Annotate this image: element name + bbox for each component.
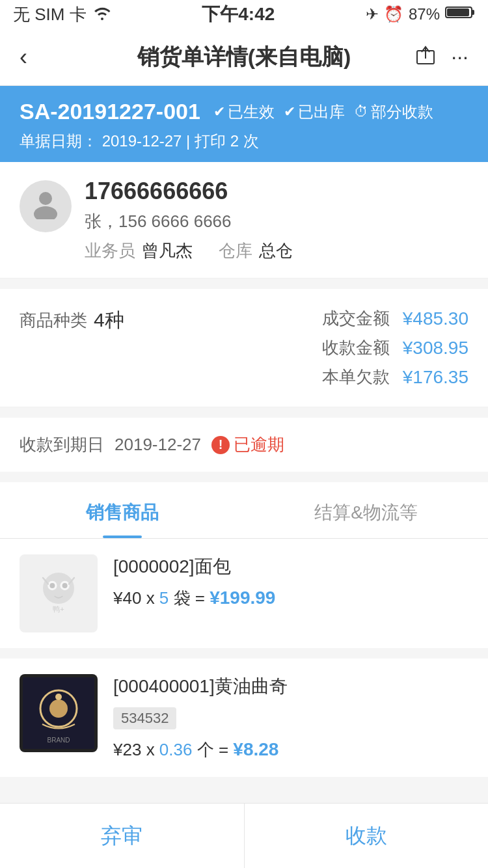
list-item: BRAND [000400001]黄油曲奇 534532 ¥23 x 0.36 … bbox=[0, 658, 488, 777]
nav-actions: ··· bbox=[416, 44, 468, 70]
back-button[interactable]: ‹ bbox=[13, 37, 34, 77]
warehouse-value: 总仓 bbox=[259, 239, 293, 262]
product-tag-2: 534532 bbox=[113, 707, 176, 729]
price-base-1: ¥40 bbox=[113, 588, 141, 608]
sales-value: 曾凡杰 bbox=[142, 239, 193, 262]
date-label: 单据日期： bbox=[20, 132, 98, 150]
status-badges: ✔ 已生效 ✔ 已出库 ⏱ 部分收款 bbox=[213, 102, 433, 122]
product-details-1: [0000002]面包 ¥40 x 5 袋 = ¥199.99 bbox=[113, 554, 468, 610]
customer-name: 张，156 6666 6666 bbox=[85, 210, 468, 233]
banner-date-row: 单据日期： 2019-12-27 | 打印 2 次 bbox=[20, 131, 468, 152]
stats-section: 商品种类 4种 成交金额 ¥485.30 收款金额 ¥308.95 本单欠款 ¥… bbox=[0, 289, 488, 407]
quantity-1: 5 bbox=[159, 588, 169, 608]
received-value: ¥308.95 bbox=[403, 338, 468, 359]
nav-bar: ‹ 销货单详情(来自电脑) ··· bbox=[0, 29, 488, 86]
list-item: 鸭+ [0000002]面包 ¥40 x 5 袋 = ¥199.99 bbox=[0, 539, 488, 648]
page-title: 销货单详情(来自电脑) bbox=[137, 42, 351, 72]
quantity-2: 0.36 bbox=[159, 740, 193, 759]
svg-text:鸭+: 鸭+ bbox=[53, 605, 64, 613]
debt-row: 本单欠款 ¥176.35 bbox=[322, 366, 468, 388]
warehouse-label: 仓库 bbox=[219, 239, 252, 262]
stats-right: 成交金额 ¥485.30 收款金额 ¥308.95 本单欠款 ¥176.35 bbox=[322, 307, 468, 388]
amount-label: 成交金额 bbox=[322, 307, 390, 330]
category-value: 4种 bbox=[94, 307, 124, 334]
svg-rect-1 bbox=[472, 10, 474, 15]
collect-payment-label: 收款 bbox=[346, 822, 387, 850]
carrier-text: 无 SIM 卡 bbox=[13, 3, 87, 26]
overdue-badge: ! 已逾期 bbox=[211, 433, 284, 456]
customer-info: 17666666666 张，156 6666 6666 业务员 曾凡杰 仓库 总… bbox=[85, 178, 468, 262]
stats-left: 商品种类 4种 bbox=[20, 307, 124, 334]
location-icon: ✈ bbox=[366, 5, 379, 23]
debt-value: ¥176.35 bbox=[403, 367, 468, 388]
customer-section: 17666666666 张，156 6666 6666 业务员 曾凡杰 仓库 总… bbox=[0, 162, 488, 278]
check-icon-2: ✔ bbox=[284, 103, 295, 120]
sales-meta: 业务员 曾凡杰 bbox=[85, 239, 193, 262]
price-x-2: x bbox=[146, 740, 159, 759]
order-number: SA-20191227-001 bbox=[20, 99, 200, 124]
svg-point-11 bbox=[62, 583, 68, 588]
status-label-3: 部分收款 bbox=[371, 102, 433, 122]
product-price-1: ¥40 x 5 袋 = ¥199.99 bbox=[113, 587, 468, 610]
tab-sales-products[interactable]: 销售商品 bbox=[0, 482, 244, 538]
tab-label-0: 销售商品 bbox=[86, 502, 159, 522]
debt-label: 本单欠款 bbox=[322, 366, 390, 388]
check-icon-1: ✔ bbox=[213, 103, 225, 120]
price-base-2: ¥23 bbox=[113, 740, 141, 759]
more-icon[interactable]: ··· bbox=[451, 45, 468, 69]
svg-point-10 bbox=[49, 583, 55, 588]
banner-row1: SA-20191227-001 ✔ 已生效 ✔ 已出库 ⏱ 部分收款 bbox=[20, 99, 468, 124]
price-x-1: x bbox=[146, 588, 159, 608]
status-label-1: 已生效 bbox=[228, 102, 275, 122]
bottom-bar: 弃审 收款 bbox=[0, 803, 488, 868]
customer-meta: 业务员 曾凡杰 仓库 总仓 bbox=[85, 239, 468, 262]
cancel-review-label: 弃审 bbox=[101, 822, 142, 850]
user-icon bbox=[29, 187, 62, 226]
clock-icon: ⏱ bbox=[354, 103, 368, 120]
category-label: 商品种类 bbox=[20, 309, 87, 332]
avatar bbox=[20, 180, 72, 232]
equals-1: = bbox=[195, 588, 210, 608]
cancel-review-button[interactable]: 弃审 bbox=[0, 804, 245, 868]
due-label: 收款到期日 bbox=[20, 433, 104, 456]
product-list: 鸭+ [0000002]面包 ¥40 x 5 袋 = ¥199.99 bbox=[0, 539, 488, 777]
battery-icon bbox=[445, 5, 475, 23]
product-thumbnail-1: 鸭+ bbox=[20, 554, 98, 632]
header-banner: SA-20191227-001 ✔ 已生效 ✔ 已出库 ⏱ 部分收款 单据日期：… bbox=[0, 86, 488, 162]
tabs-section: 销售商品 结算&物流等 bbox=[0, 482, 488, 539]
total-2: ¥8.28 bbox=[233, 739, 278, 759]
tab-label-1: 结算&物流等 bbox=[314, 502, 418, 522]
unit-1: 袋 bbox=[174, 588, 191, 608]
overdue-text: 已逾期 bbox=[234, 433, 284, 456]
equals-2: = bbox=[219, 740, 233, 759]
status-badge-shipped: ✔ 已出库 bbox=[284, 102, 345, 122]
status-left: 无 SIM 卡 bbox=[13, 3, 111, 26]
product-price-2: ¥23 x 0.36 个 = ¥8.28 bbox=[113, 739, 468, 761]
product-details-2: [000400001]黄油曲奇 534532 ¥23 x 0.36 个 = ¥8… bbox=[113, 674, 468, 761]
received-row: 收款金额 ¥308.95 bbox=[322, 336, 468, 359]
status-bar: 无 SIM 卡 下午4:42 ✈ ⏰ 87% bbox=[0, 0, 488, 29]
amount-row: 成交金额 ¥485.30 bbox=[322, 307, 468, 330]
collect-payment-button[interactable]: 收款 bbox=[245, 804, 489, 868]
tab-settlement[interactable]: 结算&物流等 bbox=[244, 482, 488, 538]
status-badge-effective: ✔ 已生效 bbox=[213, 102, 275, 122]
amount-value: ¥485.30 bbox=[403, 308, 468, 329]
svg-rect-2 bbox=[447, 8, 469, 16]
svg-point-6 bbox=[34, 206, 57, 219]
due-section: 收款到期日 2019-12-27 ! 已逾期 bbox=[0, 418, 488, 472]
status-badge-partial: ⏱ 部分收款 bbox=[354, 102, 433, 122]
svg-point-5 bbox=[39, 192, 52, 205]
status-label-2: 已出库 bbox=[298, 102, 345, 122]
status-time: 下午4:42 bbox=[202, 2, 275, 27]
battery-text: 87% bbox=[409, 5, 440, 23]
due-date: 2019-12-27 bbox=[115, 435, 201, 455]
total-1: ¥199.99 bbox=[210, 588, 275, 608]
svg-text:BRAND: BRAND bbox=[47, 737, 70, 744]
product-name-2: [000400001]黄油曲奇 bbox=[113, 674, 468, 699]
product-thumbnail-2: BRAND bbox=[20, 674, 98, 752]
customer-phone: 17666666666 bbox=[85, 178, 468, 205]
overdue-icon: ! bbox=[211, 436, 230, 454]
share-icon[interactable] bbox=[416, 44, 435, 70]
sales-label: 业务员 bbox=[85, 239, 135, 262]
date-value: 2019-12-27 bbox=[102, 132, 182, 150]
